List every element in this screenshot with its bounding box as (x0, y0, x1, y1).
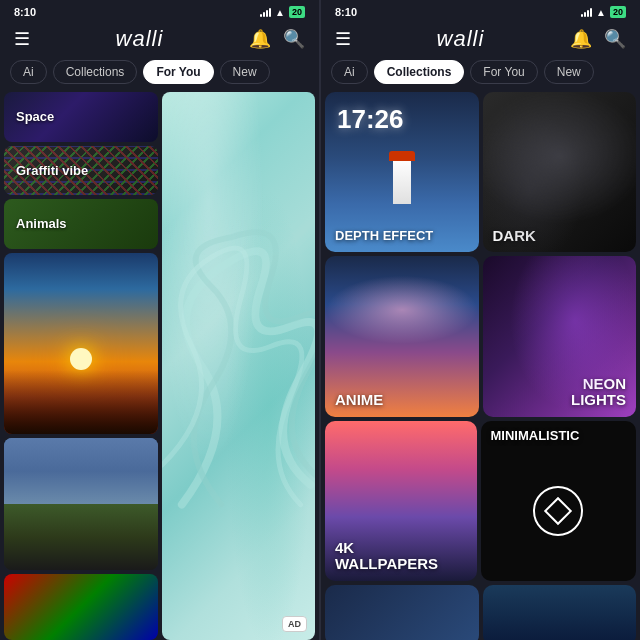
lighthouse-decoration (393, 159, 411, 204)
cliffs-wallpaper[interactable] (4, 438, 158, 570)
main-content-left: Space Graffiti vibe Animals (0, 92, 319, 640)
logo-left: walli (116, 26, 164, 52)
signal-icon-right (581, 7, 592, 17)
clock-display: 17:26 (337, 104, 404, 135)
cliffs-sky (4, 438, 158, 504)
header-right: ☰ walli 🔔 🔍 (321, 22, 640, 60)
header-left: ☰ walli 🔔 🔍 (0, 22, 319, 60)
tab-new-right[interactable]: New (544, 60, 594, 84)
wifi-icon-right: ▲ (596, 7, 606, 18)
city-silhouette (4, 370, 158, 434)
time-left: 8:10 (14, 6, 36, 18)
category-animals-label: Animals (16, 216, 67, 231)
comic-wallpaper[interactable] (4, 574, 158, 640)
tab-ai-left[interactable]: Ai (10, 60, 47, 84)
menu-button-left[interactable]: ☰ (14, 28, 30, 50)
status-icons-right: ▲ 20 (581, 6, 626, 18)
minimal-diamond-decoration (544, 497, 572, 525)
sun-decoration (70, 348, 92, 370)
neon-glow-decoration (483, 256, 637, 416)
category-graffiti-label: Graffiti vibe (16, 163, 88, 178)
search-button-right[interactable]: 🔍 (604, 28, 626, 50)
battery-badge-left: 20 (289, 6, 305, 18)
category-animals[interactable]: Animals (4, 199, 158, 249)
category-space-label: Space (16, 109, 54, 124)
collection-anime[interactable]: ANIME (325, 256, 479, 416)
collection-row-3: 4KWALLPAPERS MINIMALISTIC (325, 421, 636, 581)
anime-whale-decoration (325, 271, 479, 367)
depth-effect-label: DEPTH EFFECT (335, 226, 433, 244)
status-bar-left: 8:10 ▲ 20 (0, 0, 319, 22)
4k-label: 4KWALLPAPERS (335, 540, 438, 573)
header-actions-left: 🔔 🔍 (249, 28, 305, 50)
wifi-icon: ▲ (275, 7, 285, 18)
time-right: 8:10 (335, 6, 357, 18)
nav-tabs-left: Ai Collections For You New (0, 60, 319, 92)
minimal-circle-decoration (533, 486, 583, 536)
search-button-left[interactable]: 🔍 (283, 28, 305, 50)
tab-for-you-left[interactable]: For You (143, 60, 213, 84)
swirl-wallpaper[interactable]: AD (162, 92, 316, 640)
right-column: AD (162, 92, 316, 640)
collection-neon-lights[interactable]: NEONLIGHTS (483, 256, 637, 416)
bell-button-right[interactable]: 🔔 (570, 28, 592, 50)
collection-4k-wallpapers[interactable]: 4KWALLPAPERS (325, 421, 477, 581)
anime-label: ANIME (335, 392, 383, 409)
tab-for-you-right[interactable]: For You (470, 60, 537, 84)
sunset-wallpaper[interactable] (4, 253, 158, 435)
collection-minimalistic[interactable]: MINIMALISTIC (481, 421, 637, 581)
minimalistic-label: MINIMALISTIC (491, 429, 580, 443)
battery-badge-right: 20 (610, 6, 626, 18)
status-bar-right: 8:10 ▲ 20 (321, 0, 640, 22)
dark-smoke-decoration (483, 92, 637, 252)
nav-tabs-right: Ai Collections For You New (321, 60, 640, 92)
right-phone: 8:10 ▲ 20 ☰ walli 🔔 🔍 Ai Collections For… (320, 0, 640, 640)
tab-ai-right[interactable]: Ai (331, 60, 368, 84)
tab-new-left[interactable]: New (220, 60, 270, 84)
cliffs-ground (4, 504, 158, 570)
bell-button-left[interactable]: 🔔 (249, 28, 271, 50)
left-column: Space Graffiti vibe Animals (4, 92, 158, 640)
collection-dark[interactable]: DARK (483, 92, 637, 252)
collection-row-1: 17:26 DEPTH EFFECT DARK (325, 92, 636, 252)
collection-depth-effect[interactable]: 17:26 DEPTH EFFECT (325, 92, 479, 252)
collection-bottom-left[interactable] (325, 585, 479, 640)
header-actions-right: 🔔 🔍 (570, 28, 626, 50)
category-space[interactable]: Space (4, 92, 158, 142)
menu-button-right[interactable]: ☰ (335, 28, 351, 50)
collection-bottom-right[interactable] (483, 585, 637, 640)
collection-row-2: ANIME NEONLIGHTS (325, 256, 636, 416)
tab-collections-right[interactable]: Collections (374, 60, 465, 84)
left-phone: 8:10 ▲ 20 ☰ walli 🔔 🔍 Ai Collections For… (0, 0, 320, 640)
lighthouse-top (389, 151, 415, 161)
collection-row-4 (325, 585, 636, 640)
logo-right: walli (437, 26, 485, 52)
ad-badge: AD (282, 616, 307, 632)
tab-collections-left[interactable]: Collections (53, 60, 138, 84)
swirl-svg (162, 92, 316, 640)
status-icons-left: ▲ 20 (260, 6, 305, 18)
collections-grid: 17:26 DEPTH EFFECT DARK ANIME NEON (321, 92, 640, 640)
signal-icon (260, 7, 271, 17)
category-graffiti[interactable]: Graffiti vibe (4, 146, 158, 196)
